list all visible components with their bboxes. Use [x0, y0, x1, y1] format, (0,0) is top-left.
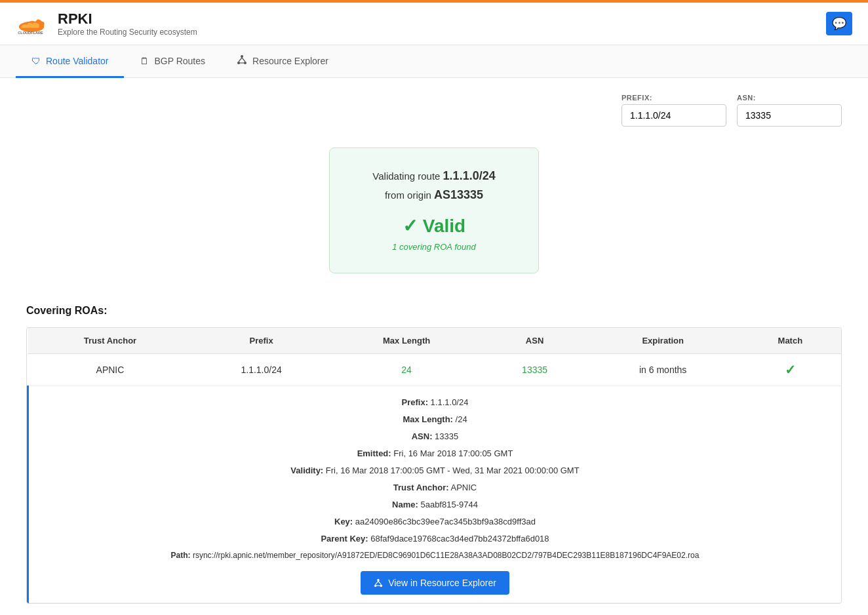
- nav-bgp-routes[interactable]: 🗒 BGP Routes: [124, 45, 221, 78]
- network-icon: [237, 54, 247, 67]
- chat-icon: 💬: [832, 16, 846, 31]
- detail-asn: ASN: 13335: [39, 428, 831, 445]
- covering-roas-table: Trust Anchor Prefix Max Length ASN Expir…: [26, 327, 842, 604]
- view-resource-explorer-button[interactable]: View in Resource Explorer: [361, 571, 509, 595]
- asn-input[interactable]: [737, 104, 842, 127]
- main-content: PREFIX: ASN: Validating route 1.1.1.0/24…: [0, 78, 868, 615]
- main-nav: 🛡 Route Validator 🗒 BGP Routes Resource …: [0, 45, 868, 78]
- calendar-icon: 🗒: [140, 56, 149, 66]
- route-value: 1.1.1.0/24: [443, 169, 496, 182]
- cell-prefix: 1.1.1.0/24: [192, 354, 330, 386]
- origin-line: from origin AS13335: [356, 188, 512, 202]
- prefix-label: PREFIX:: [621, 94, 726, 102]
- covering-roas-title: Covering ROAs:: [26, 305, 842, 317]
- col-asn: ASN: [483, 328, 586, 354]
- detail-row: Prefix: 1.1.1.0/24 Max Length: /24 ASN: …: [28, 386, 842, 603]
- route-line: Validating route 1.1.1.0/24: [356, 169, 512, 183]
- cell-asn: 13335: [483, 354, 586, 386]
- origin-value: AS13335: [434, 188, 483, 201]
- resource-explorer-icon: [374, 578, 383, 587]
- asn-label: ASN:: [737, 94, 842, 102]
- col-expiration: Expiration: [587, 328, 740, 354]
- cloudflare-logo: CLOUDFLARE: [16, 12, 47, 35]
- header-left: CLOUDFLARE RPKI Explore the Routing Secu…: [16, 10, 197, 37]
- prefix-group: PREFIX:: [621, 94, 726, 127]
- prefix-input[interactable]: [621, 104, 726, 127]
- asn-group: ASN:: [737, 94, 842, 127]
- brand-title: RPKI: [58, 10, 197, 28]
- nav-resource-explorer[interactable]: Resource Explorer: [221, 45, 344, 78]
- check-icon: ✓: [403, 215, 418, 237]
- svg-line-11: [376, 581, 378, 584]
- shield-icon: 🛡: [31, 56, 41, 66]
- nav-route-validator[interactable]: 🛡 Route Validator: [16, 45, 124, 78]
- chat-button[interactable]: 💬: [826, 12, 852, 35]
- table-header-row: Trust Anchor Prefix Max Length ASN Expir…: [28, 328, 842, 354]
- detail-parent-key: Parent Key: 68faf9dace19768cac3d4ed7bb24…: [39, 530, 831, 547]
- cell-expiration: in 6 months: [587, 354, 740, 386]
- detail-prefix: Prefix: 1.1.1.0/24: [39, 394, 831, 411]
- brand-subtitle: Explore the Routing Security ecosystem: [58, 28, 197, 37]
- roa-found: 1 covering ROA found: [356, 242, 512, 252]
- col-prefix: Prefix: [192, 328, 330, 354]
- detail-cell: Prefix: 1.1.1.0/24 Max Length: /24 ASN: …: [28, 386, 842, 603]
- validation-status: ✓ Valid: [356, 215, 512, 237]
- cell-trust-anchor: APNIC: [28, 354, 193, 386]
- detail-max-length: Max Length: /24: [39, 411, 831, 428]
- brand-text: RPKI Explore the Routing Security ecosys…: [58, 10, 197, 37]
- detail-validity: Validity: Fri, 16 Mar 2018 17:00:05 GMT …: [39, 462, 831, 479]
- validation-card: Validating route 1.1.1.0/24 from origin …: [329, 148, 539, 273]
- table-row: APNIC 1.1.1.0/24 24 13335 in 6 months ✓: [28, 354, 842, 386]
- svg-line-5: [239, 58, 242, 62]
- col-match: Match: [740, 328, 841, 354]
- cell-match: ✓: [740, 354, 841, 386]
- header: CLOUDFLARE RPKI Explore the Routing Secu…: [0, 3, 868, 45]
- detail-path: Path: rsync://rpki.apnic.net/member_repo…: [39, 547, 831, 563]
- detail-name: Name: 5aabf815-9744: [39, 496, 831, 513]
- cell-max-length: 24: [330, 354, 483, 386]
- detail-key: Key: aa24090e86c3bc39ee7ac345b3bf9a38cd9…: [39, 513, 831, 530]
- svg-line-12: [378, 581, 381, 584]
- svg-line-6: [242, 58, 245, 62]
- inputs-row: PREFIX: ASN:: [26, 94, 842, 127]
- detail-emitted: Emitted: Fri, 16 Mar 2018 17:00:05 GMT: [39, 445, 831, 462]
- detail-trust-anchor: Trust Anchor: APNIC: [39, 479, 831, 496]
- svg-point-8: [377, 579, 380, 582]
- svg-point-2: [241, 55, 243, 58]
- col-max-length: Max Length: [330, 328, 483, 354]
- svg-text:CLOUDFLARE: CLOUDFLARE: [18, 31, 43, 35]
- detail-content: Prefix: 1.1.1.0/24 Max Length: /24 ASN: …: [39, 394, 831, 563]
- logo-area: CLOUDFLARE: [16, 12, 47, 35]
- col-trust-anchor: Trust Anchor: [28, 328, 193, 354]
